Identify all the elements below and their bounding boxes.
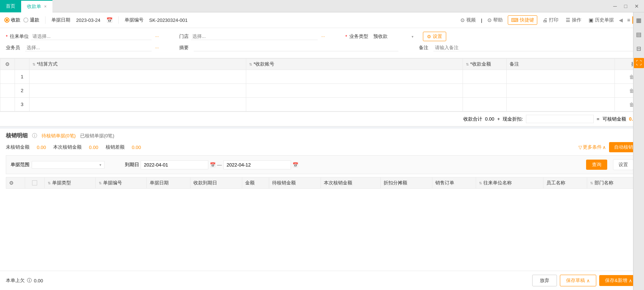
help-label: 帮助 <box>493 17 503 23</box>
bottom-table-wrapper: ⚙ ⇅ 单据类型 <box>6 177 638 189</box>
td-settings-2 <box>0 84 15 98</box>
th-remark-label: 备注 <box>510 61 519 67</box>
pending-tab[interactable]: 待核销单据(0笔) <box>42 133 76 139</box>
video-button[interactable]: ⊙ 视频 <box>458 16 478 24</box>
calendar-start-icon[interactable]: 📅 <box>210 162 216 168</box>
table-row: 3 🗑 ⧉ <box>0 98 644 111</box>
form-section: * 往来单位 ··· 门店 ··· * 业务类型 预收款 ▾ ⚙ 设置 <box>0 28 644 58</box>
calendar-icon[interactable]: 📅 <box>106 17 113 23</box>
td-settlement-3[interactable] <box>30 98 246 111</box>
date-value: 2023-03-24 <box>76 17 101 23</box>
sidebar-icon-3[interactable]: ⊟ <box>635 44 643 54</box>
history-button[interactable]: ▣ 历史单据 <box>586 16 616 24</box>
calendar-end-icon[interactable]: 📅 <box>292 162 298 168</box>
bill-range-arrow-icon: ▾ <box>99 163 101 167</box>
store-input[interactable] <box>191 33 318 40</box>
td-remark-1[interactable] <box>506 70 614 84</box>
due-date-end-input[interactable] <box>223 160 291 169</box>
list-view-icon[interactable]: ≡ <box>626 16 632 24</box>
bill-range-select[interactable]: ▾ <box>32 161 105 169</box>
discount-input[interactable] <box>526 115 594 123</box>
date-separator: — <box>217 162 222 168</box>
tab-home[interactable]: 首页 <box>0 0 21 12</box>
bth-pending-amount: 待核销金额 <box>269 177 321 189</box>
save-new-label: 保存&新增 <box>605 277 627 284</box>
remark-input[interactable] <box>433 44 638 51</box>
verify-section: 核销明细 ⓘ 待核销单据(0笔) 已核销单据(0笔) 未核销金额 0.00 本次… <box>0 126 644 192</box>
td-amount-1[interactable] <box>463 70 506 84</box>
shortcut-button[interactable]: ⌨ 快捷键 <box>508 15 537 25</box>
radio-receipt[interactable]: 收款 <box>4 17 20 23</box>
sidebar-icon-1[interactable]: ▦ <box>635 15 643 25</box>
abandon-button[interactable]: 放弃 <box>532 275 557 286</box>
history-label: 历史单据 <box>595 17 614 23</box>
staff-input[interactable] <box>25 44 152 51</box>
more-conditions-btn[interactable]: ▽ 更多条件 ∧ <box>578 144 606 150</box>
query-button[interactable]: 查询 <box>586 160 607 170</box>
td-account-3[interactable] <box>246 98 463 111</box>
help-icon: ⊙ <box>487 17 492 23</box>
radio-refund[interactable]: 退款 <box>23 17 39 23</box>
footer-value: 0.00 <box>34 278 43 283</box>
print-button[interactable]: 🖨 打印 <box>540 16 561 24</box>
help-button[interactable]: ⊙ 帮助 <box>485 16 505 24</box>
bth-bill-type-sort-icon: ⇅ <box>48 181 51 185</box>
video-label: 视频 <box>466 17 476 23</box>
biz-type-arrow-icon[interactable]: ▾ <box>412 35 413 39</box>
bth-bill-date: 单据日期 <box>147 177 190 189</box>
td-account-2[interactable] <box>246 84 463 98</box>
td-remark-2[interactable] <box>506 84 614 98</box>
operate-button[interactable]: ☰ 操作 <box>564 16 584 24</box>
close-button[interactable]: ✕ <box>632 3 641 10</box>
tab-receipt[interactable]: 收款单 × <box>21 0 52 12</box>
summary-input[interactable] <box>194 44 398 51</box>
th-account: ⇅ *收款账号 <box>246 59 463 70</box>
print-icon: 🖨 <box>542 17 547 23</box>
bth-amount: 金额 <box>242 177 269 189</box>
settings-button[interactable]: ⚙ 设置 <box>423 32 446 41</box>
form-row-2: 业务员 ··· 摘要 备注 <box>6 44 638 51</box>
td-amount-2[interactable] <box>463 84 506 98</box>
td-settings-1 <box>0 70 15 84</box>
nav-left-icon[interactable]: ◀ <box>619 17 623 23</box>
filter-row: 单据范围 ▾ 到期日 📅 — 📅 查询 设置 <box>6 155 638 174</box>
td-account-1[interactable] <box>246 70 463 84</box>
unverified-label: 未核销金额 <box>6 144 30 150</box>
date-label: 单据日期 <box>51 17 70 23</box>
td-remark-3[interactable] <box>506 98 614 111</box>
bth-counterpart-sort-icon: ⇅ <box>479 181 482 185</box>
td-settlement-1[interactable] <box>30 70 246 84</box>
td-amount-3[interactable] <box>463 98 506 111</box>
verify-info-icon[interactable]: ⓘ <box>32 133 37 139</box>
due-date-start-input[interactable] <box>141 160 208 169</box>
done-tab[interactable]: 已核销单据(0笔) <box>80 133 114 139</box>
verify-stats: 未核销金额 0.00 本次核销金额 0.00 核销差额 0.00 ▽ 更多条件 … <box>6 142 638 152</box>
tab-close-icon[interactable]: × <box>44 4 47 9</box>
operate-icon: ☰ <box>566 17 570 23</box>
due-date-label: 到期日 <box>125 161 139 168</box>
plus-symbol: + <box>497 116 500 122</box>
counterpart-input[interactable] <box>31 33 152 40</box>
staff-more-icon[interactable]: ··· <box>155 45 159 50</box>
counterpart-more-icon[interactable]: ··· <box>155 34 159 39</box>
history-icon: ▣ <box>589 17 593 23</box>
bottom-table-settings-icon[interactable]: ⚙ <box>9 180 14 186</box>
sidebar-icon-4[interactable]: ⛶ <box>634 58 644 68</box>
verify-settings-button[interactable]: 设置 <box>613 159 633 170</box>
store-more-icon[interactable]: ··· <box>321 34 325 39</box>
save-new-button[interactable]: 保存&新增 ∧ <box>599 275 638 286</box>
footer-info-icon[interactable]: ⓘ <box>27 277 32 284</box>
staff-label: 业务员 <box>6 44 20 51</box>
save-draft-button[interactable]: 保存草稿 ∧ <box>560 275 596 286</box>
toolbar-right: ⊙ 视频 | ⊙ 帮助 ⌨ 快捷键 🖨 打印 ☰ 操作 ▣ 历史单据 <box>458 15 640 25</box>
td-settlement-2[interactable] <box>30 84 246 98</box>
toolbar-row: 收款 退款 单据日期 2023-03-24 📅 单据编号 SK-20230324… <box>0 12 644 28</box>
footer-right: 放弃 保存草稿 ∧ 保存&新增 ∧ <box>532 275 638 286</box>
table-settings-icon[interactable]: ⚙ <box>5 61 10 67</box>
maximize-button[interactable]: □ <box>622 3 629 10</box>
can-verify-label: 可核销金额 <box>602 116 626 122</box>
sidebar-icon-2[interactable]: ▤ <box>635 30 643 39</box>
bth-staff-name: 员工名称 <box>543 177 587 189</box>
minimize-button[interactable]: ─ <box>611 3 619 10</box>
select-all-checkbox[interactable] <box>32 180 37 185</box>
